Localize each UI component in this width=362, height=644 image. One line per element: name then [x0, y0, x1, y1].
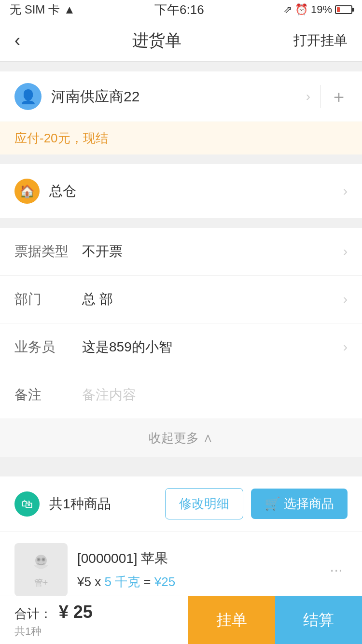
product-price: ¥5 x 5 千克 = ¥25	[77, 574, 325, 590]
thumb-inner: 管+	[29, 551, 53, 588]
svg-point-3	[38, 559, 40, 560]
supplier-name: 河南供应商22	[51, 87, 301, 107]
bag-icon: 🛍	[21, 497, 33, 511]
collapse-button[interactable]: 收起更多 ∧	[0, 419, 362, 457]
alarm-icon: ⏰	[295, 3, 308, 16]
products-header: 🛍 共1种商品 修改明细 🛒 选择商品	[0, 476, 362, 531]
supplier-avatar: 👤	[14, 83, 42, 110]
fields-card: 票据类型 不开票 › 部门 总 部 › 业务员 这是859的小智 › 备注 备注…	[0, 228, 362, 457]
bottom-bar: 合计： ¥ 25 共1种 挂单 结算	[0, 596, 362, 644]
products-count: 共1种商品	[49, 495, 165, 513]
total-sub: 共1种	[14, 624, 174, 639]
warehouse-icon: 🏠	[14, 179, 40, 204]
location-icon: ⇗	[283, 3, 292, 16]
settle-button[interactable]: 结算	[275, 596, 362, 644]
status-left: 无 SIM 卡 ▲	[10, 2, 75, 17]
divider-3	[0, 218, 362, 228]
salesman-chevron-icon: ›	[343, 339, 348, 355]
notice-banner: 应付-20元，现结	[0, 122, 362, 154]
salesman-value: 这是859的小智	[82, 338, 343, 356]
status-right: ⇗ ⏰ 19%	[283, 3, 352, 16]
product-id: [0000001]	[77, 551, 138, 566]
battery-percentage: 19%	[311, 3, 332, 16]
product-thumbnail: 管+	[14, 543, 68, 596]
department-value: 总 部	[82, 290, 343, 308]
equals-sign: =	[143, 574, 154, 589]
status-bar: 无 SIM 卡 ▲ 下午6:16 ⇗ ⏰ 19%	[0, 0, 362, 19]
price-x: x	[95, 574, 104, 589]
status-time: 下午6:16	[154, 1, 204, 18]
price-value: ¥5	[77, 574, 91, 589]
supplier-card: 👤 河南供应商22 › ＋ 应付-20元，现结	[0, 71, 362, 154]
remark-row[interactable]: 备注 备注内容	[0, 371, 362, 419]
total-line: 合计： ¥ 25	[14, 602, 174, 622]
page-title: 进货单	[132, 29, 181, 52]
avatar-icon: 👤	[20, 89, 37, 105]
invoice-chevron-icon: ›	[343, 244, 348, 259]
warehouse-card: 🏠 总仓 ›	[0, 164, 362, 218]
quantity-value: 5	[104, 574, 111, 589]
warehouse-chevron-icon: ›	[343, 183, 348, 199]
add-button[interactable]: ＋	[330, 85, 348, 109]
invoice-type-label: 票据类型	[14, 242, 82, 261]
nav-bar: ‹ 进货单 打开挂单	[0, 19, 362, 62]
salesman-row[interactable]: 业务员 这是859的小智 ›	[0, 323, 362, 371]
select-product-button[interactable]: 🛒 选择商品	[251, 489, 348, 519]
product-name: [0000001] 苹果	[77, 549, 325, 568]
brand-label: 管+	[34, 577, 48, 588]
divider-2	[0, 154, 362, 164]
wifi-icon: ▲	[64, 3, 75, 16]
svg-point-4	[42, 559, 44, 560]
battery-icon	[335, 5, 352, 14]
total-label: 合计：	[14, 606, 52, 621]
back-button[interactable]: ‹	[14, 30, 20, 51]
select-product-label: 选择商品	[284, 495, 334, 512]
total-section: 合计： ¥ 25 共1种	[0, 602, 188, 639]
supplier-chevron-icon: ›	[306, 89, 310, 104]
department-row[interactable]: 部门 总 部 ›	[0, 275, 362, 323]
warehouse-label: 总仓	[49, 182, 343, 200]
remark-value: 备注内容	[82, 386, 348, 404]
unit-value: 千克	[115, 574, 140, 589]
salesman-label: 业务员	[14, 338, 82, 356]
invoice-type-row[interactable]: 票据类型 不开票 ›	[0, 228, 362, 275]
invoice-type-value: 不开票	[82, 242, 343, 261]
total-value: ¥25	[154, 574, 175, 589]
open-hang-button[interactable]: 打开挂单	[293, 31, 348, 50]
cart-icon: 🛒	[265, 496, 280, 511]
products-card: 🛍 共1种商品 修改明细 🛒 选择商品 管+	[0, 476, 362, 608]
hang-button[interactable]: 挂单	[188, 596, 275, 644]
supplier-row[interactable]: 👤 河南供应商22 › ＋	[0, 71, 362, 122]
carrier-label: 无 SIM 卡	[10, 2, 60, 17]
warehouse-row[interactable]: 🏠 总仓 ›	[0, 164, 362, 218]
product-title: 苹果	[141, 551, 168, 566]
remark-label: 备注	[14, 386, 82, 404]
vertical-divider	[320, 85, 320, 108]
products-icon: 🛍	[14, 491, 40, 517]
product-info: [0000001] 苹果 ¥5 x 5 千克 = ¥25	[77, 549, 325, 590]
edit-detail-button[interactable]: 修改明细	[165, 488, 243, 519]
department-chevron-icon: ›	[343, 292, 348, 307]
divider-4	[0, 457, 362, 467]
total-amount: ¥ 25	[59, 602, 93, 622]
divider-1	[0, 62, 362, 71]
owl-icon	[29, 551, 53, 575]
department-label: 部门	[14, 290, 82, 308]
product-more-button[interactable]: ···	[325, 556, 348, 584]
